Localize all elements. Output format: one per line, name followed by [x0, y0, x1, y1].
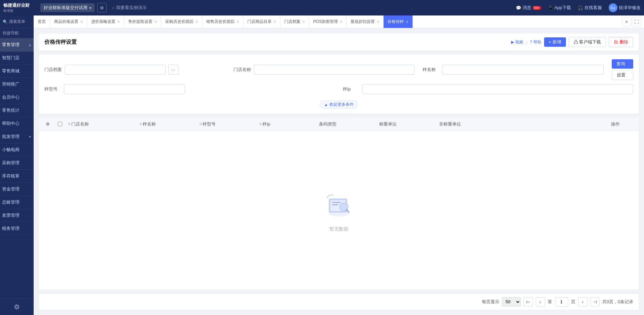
th-gear[interactable]: ⚙: [42, 121, 54, 127]
tab-close-icon[interactable]: ×: [237, 20, 239, 24]
app-logo: 畅捷通好业财 标准版: [3, 2, 37, 13]
version-selector[interactable]: 好业财标准版交付试用 ▾: [40, 3, 95, 12]
first-page-button[interactable]: ⊢: [524, 297, 533, 307]
app-download-button[interactable]: 📱 App下载: [548, 5, 571, 11]
demo-link[interactable]: ○ 我要看实例演示: [112, 5, 147, 11]
tab-store-file[interactable]: 门店档案 ×: [280, 15, 309, 28]
last-page-button[interactable]: ⊣: [590, 297, 600, 307]
page-header: 价格传秤设置 ▶ 视频 | ? 帮助 + 新增: [39, 34, 639, 50]
sidebar-item-invoice[interactable]: 发票管理: [0, 209, 34, 222]
tab-sale-extract[interactable]: 售价提取设置 ×: [124, 15, 161, 28]
tab-purchase-history[interactable]: 采购历史价跟踪 ×: [161, 15, 202, 28]
sidebar-item-tax[interactable]: 税务管理: [0, 222, 34, 235]
th-checkbox[interactable]: [54, 122, 66, 126]
sidebar-item-stats[interactable]: 零售统计: [0, 104, 34, 117]
filter-store-file-dots-button[interactable]: ···: [168, 65, 178, 75]
sidebar-quick-nav[interactable]: 快捷导航: [0, 28, 34, 38]
select-all-checkbox[interactable]: [58, 122, 62, 126]
tab-label: POS加密管理: [313, 19, 338, 25]
tab-pos-manage[interactable]: POS加密管理 ×: [309, 15, 347, 28]
collapse-button[interactable]: ▲ 收起更多条件: [320, 100, 358, 109]
table-body: 暂无数据: [39, 131, 639, 289]
sidebar-search[interactable]: 🔍 搜索菜单: [0, 15, 34, 28]
delete-button[interactable]: 自 删除: [609, 37, 633, 47]
tab-close-icon[interactable]: ×: [80, 20, 83, 24]
tab-close-icon[interactable]: ×: [302, 20, 305, 24]
settings-button[interactable]: 设置: [612, 70, 633, 80]
online-service-button[interactable]: 🎧 在线客服: [578, 5, 602, 11]
logo-main-text: 畅捷通好业财: [3, 2, 37, 8]
tab-close-icon[interactable]: ×: [340, 20, 342, 24]
message-label: 消息: [523, 5, 531, 11]
tab-price-setting[interactable]: 商品价格设置 ×: [50, 15, 87, 28]
tab-home[interactable]: 首页: [34, 15, 50, 28]
tab-close-icon[interactable]: ×: [274, 20, 276, 24]
message-button[interactable]: 💬 消息 99+: [516, 5, 541, 11]
sidebar-item-ledger[interactable]: 总账管理: [0, 196, 34, 209]
settings-gear-button[interactable]: ⚙: [97, 3, 107, 12]
sidebar-item-label: 资金管理: [2, 186, 20, 192]
demo-icon: ○: [112, 5, 115, 10]
filter-store-file-label: 门店档案: [44, 67, 62, 73]
prev-page-button[interactable]: ‹: [536, 297, 545, 307]
demo-text: 我要看实例演示: [116, 5, 147, 11]
sidebar-item-label: 发票管理: [2, 212, 20, 218]
help-link[interactable]: ? 帮助: [530, 39, 541, 45]
tab-price-transmit[interactable]: 价格传秤 ×: [384, 15, 413, 28]
user-name: 徐泽华修改: [619, 5, 641, 11]
filter-scale-model-input[interactable]: [64, 84, 185, 94]
table-header: ⚙ ⇅ 门店名称 ⇅ 秤名称 ⇅: [39, 117, 639, 131]
sidebar-item-retail[interactable]: 零售管理 ▲: [0, 38, 34, 51]
sidebar-item-help[interactable]: 帮助中心: [0, 117, 34, 130]
sort-icon[interactable]: ⇅: [139, 122, 142, 126]
tab-close-icon[interactable]: ×: [117, 20, 120, 24]
tab-sale-history[interactable]: 销售历史价跟踪 ×: [202, 15, 243, 28]
phone-icon: 📱: [548, 5, 553, 10]
total-text: 共0页，0条记录: [602, 299, 633, 305]
next-page-button[interactable]: ›: [578, 297, 587, 307]
tab-maximize-button[interactable]: ⛶: [632, 17, 641, 27]
filter-scale-name-input[interactable]: [442, 65, 604, 75]
add-button[interactable]: + 新增: [544, 37, 566, 47]
tab-close-button[interactable]: ×: [622, 17, 631, 27]
tab-close-icon[interactable]: ×: [154, 20, 157, 24]
th-scale-model: ⇅ 秤型号: [197, 121, 257, 127]
tab-label: 商品价格设置: [54, 19, 78, 25]
sidebar-item-member[interactable]: 会员中心: [0, 91, 34, 104]
sidebar-item-label: 采购管理: [2, 160, 20, 166]
tab-close-icon[interactable]: ×: [406, 20, 408, 24]
sidebar-item-wisdom[interactable]: 智慧门店: [0, 51, 34, 65]
tab-close-icon[interactable]: ×: [195, 20, 198, 24]
sidebar-item-inventory[interactable]: 库存核算: [0, 170, 34, 183]
tab-close-icon[interactable]: ×: [377, 20, 379, 24]
svg-rect-6: [332, 202, 341, 203]
sidebar-item-ecommerce[interactable]: 小畅电商: [0, 143, 34, 156]
video-icon: ▶: [511, 40, 514, 44]
tab-purchase-strategy[interactable]: 进价策略设置 ×: [87, 15, 124, 28]
th-scale-name: ⇅ 秤名称: [137, 121, 197, 127]
filter-store-file-input[interactable]: [65, 65, 166, 75]
sort-icon[interactable]: ⇅: [259, 122, 262, 126]
sidebar-item-label: 库存核算: [2, 173, 20, 179]
sidebar-settings-button[interactable]: ⚙: [0, 299, 34, 315]
sidebar-item-label: 帮助中心: [2, 120, 20, 127]
sort-icon[interactable]: ⇅: [199, 122, 202, 126]
tab-controls: × ⛶: [622, 17, 644, 27]
download-button[interactable]: 凸 客户端下载: [569, 37, 606, 47]
per-page-select[interactable]: 50 20 100: [502, 297, 521, 307]
collapse-label: 收起更多条件: [329, 102, 354, 107]
filter-store-name-input[interactable]: [254, 65, 415, 75]
user-profile-button[interactable]: Ea 徐泽华修改: [609, 3, 641, 12]
page-input[interactable]: [555, 297, 568, 307]
tab-store-catalog[interactable]: 门店商品目录 ×: [243, 15, 280, 28]
filter-scale-ip-input[interactable]: [362, 84, 633, 94]
sidebar-item-marketing[interactable]: 营销推广: [0, 78, 34, 91]
sort-icon[interactable]: ⇅: [68, 122, 71, 126]
sidebar-item-funds[interactable]: 资金管理: [0, 183, 34, 196]
video-link[interactable]: ▶ 视频: [511, 39, 523, 45]
sidebar-item-wholesale[interactable]: 批发管理 ▼: [0, 130, 34, 143]
sidebar-item-purchase[interactable]: 采购管理: [0, 156, 34, 170]
query-button[interactable]: 查询: [612, 59, 633, 69]
tab-min-discount[interactable]: 最低折扣设置 ×: [347, 15, 384, 28]
sidebar-item-online[interactable]: 零售商城: [0, 65, 34, 78]
